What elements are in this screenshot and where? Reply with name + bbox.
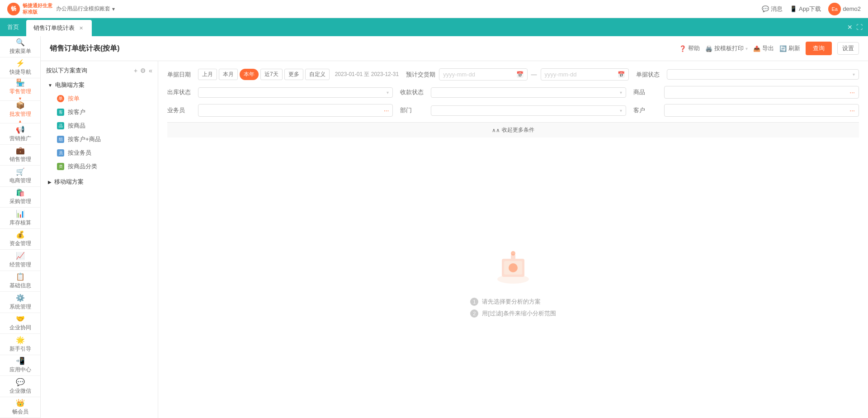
export-label: 导出	[762, 44, 774, 52]
filter-row-1: 单据日期 上月 本月 本年 近7天 更多 自定义 2023-01-01 至 20…	[167, 68, 859, 81]
scheme-category-pc-header[interactable]: ▼ 电脑端方案	[46, 78, 152, 92]
scheme-item-by-category-icon: 类	[57, 163, 64, 170]
scheme-header: 按以下方案查询 + ⚙ «	[46, 66, 152, 75]
product-more-icon[interactable]: ···	[849, 89, 855, 96]
print-label: 按模板打印	[714, 44, 744, 52]
shipping-select[interactable]: ▾	[198, 87, 393, 98]
ecommerce-icon: 🛒	[16, 167, 25, 176]
delivery-to-input[interactable]: yyyy-mm-dd 📅	[541, 68, 629, 81]
date-prev-btn[interactable]: 上月	[198, 69, 217, 80]
scheme-item-by-order[interactable]: 单 按单	[46, 92, 152, 105]
logo-area: 畅 畅捷通好生意 标准版	[7, 3, 52, 15]
sidebar-item-basics[interactable]: 📋 基础信息	[0, 271, 40, 292]
main-layout: 🔍 搜索菜单 ⚡ 快捷导航 🏪 零售管理 ▼ 📦 批发管理 ▲ 📢 营销推广 💼…	[0, 36, 868, 418]
scheme-category-mobile-label: 移动端方案	[54, 178, 84, 186]
newbie-icon: 🌟	[16, 336, 25, 344]
wholesale-icon: 📦	[16, 101, 25, 109]
scheme-add-btn[interactable]: +	[134, 67, 137, 74]
scheme-item-by-product[interactable]: 品 按商品	[46, 119, 152, 133]
sidebar-item-sales[interactable]: 💼 销售管理	[0, 145, 40, 166]
tab-bar-right: ✕ ⛶	[847, 24, 868, 31]
delivery-filter-group: 预计交货期 yyyy-mm-dd 📅 — yyyy-mm-dd 📅	[406, 68, 629, 81]
user-area[interactable]: Ea demo2	[828, 3, 861, 15]
sidebar-item-marketing[interactable]: 📢 营销推广	[0, 124, 40, 145]
date-custom-btn[interactable]: 自定义	[305, 69, 330, 80]
sidebar-item-appcenter[interactable]: 📲 应用中心	[0, 355, 40, 376]
date-curr-btn[interactable]: 本月	[219, 69, 238, 80]
sidebar-item-member[interactable]: 👑 畅会员	[0, 397, 40, 418]
operations-icon: 📈	[16, 252, 25, 260]
filter-row-2: 出库状态 ▾ 收款状态 ▾	[167, 86, 859, 99]
customer-more-icon[interactable]: ···	[849, 107, 855, 114]
sidebar-item-search-menu[interactable]: 🔍 搜索菜单	[0, 36, 40, 57]
delivery-from-input[interactable]: yyyy-mm-dd 📅	[439, 68, 527, 81]
query-btn[interactable]: 查询	[806, 42, 832, 55]
sidebar-item-enterprise[interactable]: 🤝 企业协同	[0, 313, 40, 334]
scheme-category-mobile-header[interactable]: ▶ 移动端方案	[46, 175, 152, 189]
sidebar-item-ecommerce[interactable]: 🛒 电商管理	[0, 166, 40, 187]
shipping-dropdown-icon: ▾	[387, 90, 389, 95]
sidebar-item-operations[interactable]: 📈 经营管理	[0, 250, 40, 271]
scheme-item-by-salesman-icon: 员	[57, 149, 64, 157]
scheme-item-by-category-label: 按商品分类	[68, 162, 97, 171]
department-label: 部门	[400, 106, 427, 114]
svg-point-3	[509, 263, 518, 272]
date-week-btn[interactable]: 近7天	[260, 69, 283, 80]
sidebar-item-appcenter-label: 应用中心	[9, 366, 31, 374]
date-label: 单据日期	[167, 71, 194, 79]
tab-fullscreen-icon[interactable]: ⛶	[856, 24, 863, 31]
sidebar-item-corpwechat[interactable]: 💬 企业微信	[0, 376, 40, 397]
logo-icon: 畅	[7, 3, 20, 15]
scheme-item-by-category[interactable]: 类 按商品分类	[46, 160, 152, 173]
scheme-item-by-customer[interactable]: 客 按客户	[46, 105, 152, 119]
department-select[interactable]: ▾	[431, 105, 626, 116]
message-btn[interactable]: 💬 消息	[762, 5, 783, 13]
settings-btn[interactable]: 设置	[837, 42, 859, 55]
sidebar-item-quick-nav[interactable]: ⚡ 快捷导航	[0, 57, 40, 79]
payment-dropdown-icon: ▾	[620, 90, 622, 95]
refresh-btn[interactable]: 🔄 刷新	[779, 44, 800, 52]
sidebar-item-retail[interactable]: 🏪 零售管理 ▼	[0, 78, 40, 101]
scheme-item-by-cust-prod[interactable]: 组 按客户+商品	[46, 133, 152, 146]
app-download-btn[interactable]: 📱 App下载	[790, 5, 821, 13]
date-more-btn[interactable]: 更多	[284, 69, 303, 80]
sidebar-item-purchase[interactable]: 🛍️ 采购管理	[0, 187, 40, 208]
tab-sales-stat[interactable]: 销售订单统计表 ✕	[26, 20, 92, 36]
payment-select[interactable]: ▾	[431, 87, 626, 98]
scheme-item-by-cust-prod-icon: 组	[57, 136, 64, 143]
date-range-text: 2023-01-01 至 2023-12-31	[335, 71, 399, 78]
scheme-item-by-customer-icon: 客	[57, 109, 64, 116]
export-btn[interactable]: 📤 导出	[753, 44, 774, 52]
customer-input[interactable]: ···	[664, 104, 859, 117]
empty-illustration	[491, 245, 536, 290]
scheme-collapse-btn[interactable]: «	[149, 67, 152, 74]
print-btn[interactable]: 🖨️ 按模板打印 ▾	[705, 44, 748, 52]
product-input[interactable]: ···	[664, 86, 859, 99]
sidebar-item-finance[interactable]: 💰 资金管理	[0, 229, 40, 250]
date-year-btn[interactable]: 本年	[240, 69, 259, 80]
tab-close-icon[interactable]: ✕	[77, 24, 85, 32]
breadcrumb[interactable]: 办公用品行业模拟账套 ▾	[56, 5, 115, 13]
sidebar-item-wholesale-label: 批发管理	[9, 110, 31, 118]
tab-close-window-icon[interactable]: ✕	[847, 24, 853, 31]
sidebar-item-member-label: 畅会员	[12, 408, 28, 416]
calendar-to-icon: 📅	[618, 71, 625, 78]
appcenter-icon: 📲	[16, 356, 25, 365]
help-label: 帮助	[688, 44, 700, 52]
sidebar-item-system[interactable]: ⚙️ 系统管理	[0, 292, 40, 313]
sidebar-item-newbie[interactable]: 🌟 新手引导	[0, 334, 40, 355]
scheme-item-by-order-label: 按单	[68, 95, 80, 103]
sidebar-item-inventory[interactable]: 📊 库存核算	[0, 208, 40, 229]
tab-home[interactable]: 首页	[0, 18, 26, 36]
help-btn[interactable]: ❓ 帮助	[679, 44, 700, 52]
scheme-settings-btn[interactable]: ⚙	[140, 67, 146, 74]
collapse-bar[interactable]: ∧∧ 收起更多条件	[167, 122, 859, 138]
salesman-input[interactable]: ···	[198, 104, 393, 117]
scheme-item-by-salesman[interactable]: 员 按业务员	[46, 146, 152, 160]
scheme-item-by-product-label: 按商品	[68, 122, 85, 130]
status-select[interactable]: ▾	[667, 69, 859, 80]
refresh-label: 刷新	[788, 44, 800, 52]
salesman-more-icon[interactable]: ···	[384, 107, 389, 114]
basics-icon: 📋	[16, 272, 25, 281]
sidebar-item-wholesale[interactable]: 📦 批发管理 ▲	[0, 101, 40, 124]
